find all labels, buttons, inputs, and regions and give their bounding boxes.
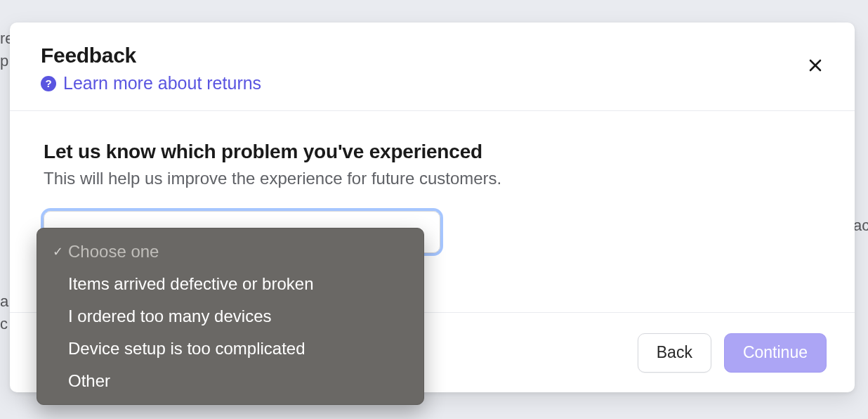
dropdown-option[interactable]: Other <box>37 365 423 397</box>
feedback-subheading: This will help us improve the experience… <box>44 169 821 188</box>
dropdown-option-label: Other <box>68 371 110 391</box>
help-icon: ? <box>41 76 56 91</box>
modal-header: Feedback ? Learn more about returns <box>10 22 855 111</box>
bg-text-fragment: ac <box>853 217 868 235</box>
bg-text-fragment: c <box>0 315 8 333</box>
continue-button[interactable]: Continue <box>724 333 827 373</box>
dropdown-option[interactable]: Items arrived defective or broken <box>37 268 423 300</box>
dropdown-option[interactable]: I ordered too many devices <box>37 300 423 333</box>
learn-more-link[interactable]: ? Learn more about returns <box>41 73 261 94</box>
back-button[interactable]: Back <box>638 333 711 373</box>
dropdown-option-label: Choose one <box>68 242 159 262</box>
dropdown-option-label: Items arrived defective or broken <box>68 274 314 294</box>
dropdown-option-placeholder[interactable]: ✓ Choose one <box>37 236 423 268</box>
close-icon <box>807 57 824 76</box>
dropdown-option[interactable]: Device setup is too complicated <box>37 333 423 365</box>
modal-title: Feedback <box>41 44 824 67</box>
dropdown-option-label: Device setup is too complicated <box>68 339 305 359</box>
close-button[interactable] <box>803 54 828 79</box>
check-icon: ✓ <box>48 244 67 259</box>
feedback-heading: Let us know which problem you've experie… <box>44 141 821 163</box>
bg-text-fragment: a <box>0 292 8 311</box>
bg-text-fragment: p <box>0 52 8 70</box>
dropdown-option-label: I ordered too many devices <box>68 307 272 326</box>
learn-more-link-text: Learn more about returns <box>63 73 261 94</box>
reason-dropdown[interactable]: ✓ Choose one Items arrived defective or … <box>37 228 424 405</box>
